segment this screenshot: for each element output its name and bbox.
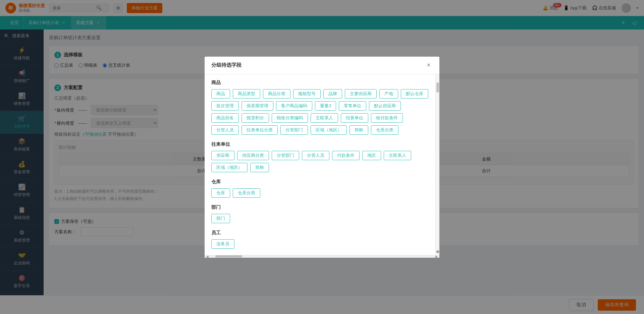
department-fields: 部门: [211, 214, 429, 223]
dialog-header: 分组待选字段 ×: [205, 57, 439, 74]
field-region-area-goods[interactable]: 区域（地区）: [311, 125, 347, 135]
field-tax-category-code[interactable]: 税收分类编码: [272, 113, 308, 123]
field-customer-goods-code[interactable]: 客户商品编码: [276, 101, 312, 111]
field-goods[interactable]: 商品: [211, 89, 230, 99]
field-goods-alias[interactable]: 商品别名: [211, 113, 239, 123]
hscroll-right-arrow[interactable]: ▶: [435, 255, 438, 258]
goods-fields: 商品 商品类型 商品分类 规格型号 品牌 主要供应商 产地 默认仓库 批次管理 …: [211, 89, 429, 135]
field-responsible-person-partner[interactable]: 分管人员: [302, 151, 329, 160]
field-origin[interactable]: 产地: [379, 89, 398, 99]
field-region-area-partner[interactable]: 区域（地区）: [211, 163, 248, 172]
section-goods: 商品 商品 商品类型 商品分类 规格型号 品牌 主要供应商 产地 默认仓库 批次…: [211, 80, 429, 135]
section-warehouse-title: 仓库: [211, 179, 429, 185]
field-pick-points[interactable]: 拣货积分: [241, 113, 269, 123]
field-abbreviation-partner[interactable]: 简称: [250, 163, 269, 172]
field-main-contact[interactable]: 主联系人: [311, 113, 338, 123]
dialog-content-area: 商品 商品 商品类型 商品分类 规格型号 品牌 主要供应商 产地 默认仓库 批次…: [205, 74, 439, 255]
field-supplier-category[interactable]: 供应商分类: [237, 151, 269, 160]
employee-fields: 业务员: [211, 239, 429, 249]
field-default-warehouse[interactable]: 默认仓库: [401, 89, 428, 99]
dialog: 分组待选字段 × 商品 商品 商品类型 商品分类 规格型号 品牌 主要供应商 产…: [205, 57, 439, 258]
overlay: 分组待选字段 × 商品 商品 商品类型 商品分类 规格型号 品牌 主要供应商 产…: [0, 0, 644, 314]
field-weight3[interactable]: 重量3: [315, 101, 336, 111]
dialog-title: 分组待选字段: [211, 62, 241, 68]
dialog-scrollbar[interactable]: [435, 74, 439, 255]
field-retail-unit[interactable]: 零售单位: [339, 101, 366, 111]
field-warehouse[interactable]: 仓库: [211, 188, 230, 198]
field-expiry-mgmt[interactable]: 保质期管理: [241, 101, 273, 111]
field-supplier[interactable]: 供应商: [211, 151, 234, 160]
dialog-close-btn[interactable]: ×: [425, 61, 433, 69]
section-department-title: 部门: [211, 204, 429, 210]
warehouse-fields: 仓库 仓库分类: [211, 188, 429, 198]
section-employee-title: 员工: [211, 230, 429, 236]
field-region-partner[interactable]: 地区: [362, 151, 381, 160]
section-partner: 往来单位 供应商 供应商分类 分管部门 分管人员 付款条件 地区 主联系人 区域…: [211, 141, 429, 172]
field-department[interactable]: 部门: [211, 214, 230, 223]
field-salesperson[interactable]: 业务员: [211, 239, 234, 249]
dialog-hscrollbar[interactable]: ◀ ▶: [205, 255, 439, 258]
field-payment-condition[interactable]: 付款条件: [332, 151, 360, 160]
field-main-contact-partner[interactable]: 主联系人: [384, 151, 411, 160]
section-partner-title: 往来单位: [211, 141, 429, 147]
partner-fields: 供应商 供应商分类 分管部门 分管人员 付款条件 地区 主联系人 区域（地区） …: [211, 151, 429, 172]
field-partner-category[interactable]: 往来单位分类: [241, 125, 278, 135]
section-employee: 员工 业务员: [211, 230, 429, 249]
field-settlement-unit[interactable]: 结算单位: [341, 113, 368, 123]
section-warehouse: 仓库 仓库 仓库分类: [211, 179, 429, 198]
dialog-scroll-thumb: [436, 82, 439, 92]
field-responsible-person[interactable]: 分管人员: [211, 125, 239, 135]
field-goods-category[interactable]: 商品分类: [263, 89, 290, 99]
field-payment-terms[interactable]: 收付款条件: [371, 113, 403, 123]
section-department: 部门 部门: [211, 204, 429, 223]
field-main-supplier[interactable]: 主要供应商: [345, 89, 377, 99]
hscroll-left-arrow[interactable]: ◀: [206, 255, 209, 258]
field-dept-in-charge[interactable]: 分管部门: [280, 125, 308, 135]
field-abbreviation-goods[interactable]: 简称: [350, 125, 368, 135]
hscroll-thumb: [215, 255, 242, 257]
field-default-supplier[interactable]: 默认供应商: [369, 101, 401, 111]
field-batch-mgmt[interactable]: 批次管理: [211, 101, 239, 111]
dialog-scroll-bottom: [436, 250, 439, 253]
dialog-body[interactable]: 商品 商品 商品类型 商品分类 规格型号 品牌 主要供应商 产地 默认仓库 批次…: [205, 74, 435, 255]
field-dept-in-charge-partner[interactable]: 分管部门: [272, 151, 299, 160]
field-spec-model[interactable]: 规格型号: [293, 89, 321, 99]
field-brand[interactable]: 品牌: [323, 89, 342, 99]
field-warehouse-category-goods[interactable]: 仓库分类: [371, 125, 398, 135]
field-warehouse-category[interactable]: 仓库分类: [233, 188, 260, 198]
field-goods-type[interactable]: 商品类型: [233, 89, 260, 99]
section-goods-title: 商品: [211, 80, 429, 86]
